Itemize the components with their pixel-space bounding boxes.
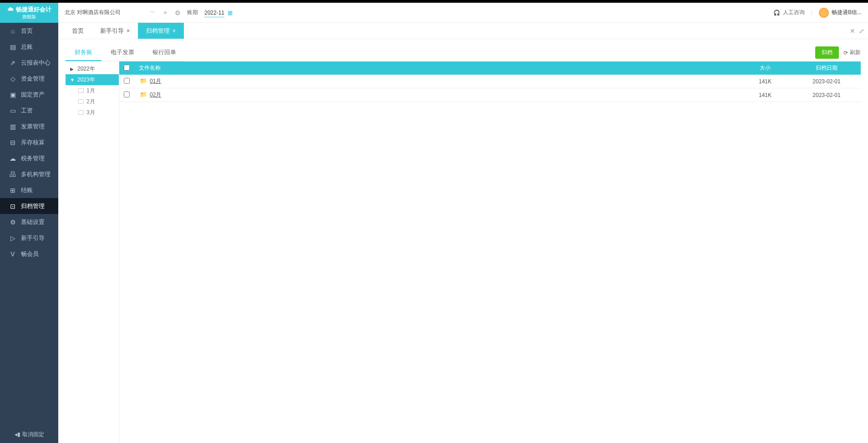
gear-icon: ⚙ xyxy=(9,219,16,226)
sidebar-item-settings[interactable]: ⚙基础设置 xyxy=(0,214,58,230)
col-header-size: 大小 xyxy=(738,61,792,75)
tree-year-2022[interactable]: ▶ 2022年 xyxy=(66,63,119,74)
sub-tab-finance[interactable]: 财务账 xyxy=(66,45,102,61)
sidebar-item-label: 库存核算 xyxy=(21,138,45,147)
folder-outline-icon xyxy=(78,110,84,115)
archive-button[interactable]: 归档 xyxy=(815,46,839,59)
tax-icon: ☁ xyxy=(9,155,16,162)
tree-year-2023[interactable]: ▼ 2023年 xyxy=(66,74,119,85)
sidebar-item-invoice[interactable]: ▥发票管理 xyxy=(0,118,58,134)
file-size: 141K xyxy=(738,75,792,88)
add-company-button[interactable]: ＋ xyxy=(162,9,168,17)
refresh-icon: ⟳ xyxy=(843,50,848,56)
sub-tab-label: 电子发票 xyxy=(111,49,134,56)
sidebar-item-home[interactable]: ⌂首页 xyxy=(0,23,58,39)
sub-tab-label: 财务账 xyxy=(75,49,92,56)
support-label: 人工咨询 xyxy=(783,9,805,16)
close-icon[interactable]: × xyxy=(173,28,176,34)
tree-year-label: 2022年 xyxy=(77,65,95,73)
sub-tab-bank[interactable]: 银行回单 xyxy=(143,45,185,61)
tab-label: 新手引导 xyxy=(100,27,124,35)
sidebar-unpin[interactable]: ◂▮ 取消固定 xyxy=(0,426,58,443)
row-checkbox[interactable] xyxy=(124,78,130,84)
file-size: 141K xyxy=(738,88,792,102)
sidebar-item-asset[interactable]: ▣固定资产 xyxy=(0,87,58,102)
sidebar-item-label: 发票管理 xyxy=(21,122,45,131)
chevron-right-icon: ▶ xyxy=(70,66,75,71)
play-icon: ▷ xyxy=(9,234,16,242)
sidebar-item-label: 工资 xyxy=(21,107,33,115)
tab-guide[interactable]: 新手引导× xyxy=(92,23,138,39)
sidebar-item-label: 新手引导 xyxy=(21,234,45,242)
inventory-icon: ⊟ xyxy=(9,139,16,146)
sub-tabs: 财务账 电子发票 银行回单 xyxy=(66,45,185,61)
chart-icon: ⇗ xyxy=(9,59,16,66)
period-picker[interactable]: 2022-11 ▦ xyxy=(204,10,233,16)
sidebar-item-member[interactable]: V畅会员 xyxy=(0,246,58,262)
file-link[interactable]: 01月 xyxy=(150,78,161,84)
user-menu[interactable]: 畅捷通B组... xyxy=(819,8,862,18)
support-link[interactable]: 🎧 人工咨询 xyxy=(773,9,805,16)
tab-archive[interactable]: 归档管理× xyxy=(138,23,184,39)
refresh-button[interactable]: ⟳ 刷新 xyxy=(843,49,861,56)
sidebar-item-inventory[interactable]: ⊟库存核算 xyxy=(0,134,58,150)
close-book-icon: ⊞ xyxy=(9,187,16,194)
user-name: 畅捷通B组... xyxy=(832,9,862,16)
year-tree: ▶ 2022年 ▼ 2023年 1月 2月 3月 xyxy=(66,61,119,443)
tabs-expand-button[interactable]: ⤢ xyxy=(859,27,864,35)
file-table: 文件名称 大小 归档日期 📁01月 141K 2023-02-01 xyxy=(119,61,861,102)
sub-tab-einvoice[interactable]: 电子发票 xyxy=(102,45,143,61)
unpin-icon: ◂▮ xyxy=(15,431,20,438)
table-row: 📁01月 141K 2023-02-01 xyxy=(119,75,861,88)
sidebar-item-ledger[interactable]: ▤总账 xyxy=(0,39,58,55)
sidebar-item-report[interactable]: ⇗云报表中心 xyxy=(0,55,58,71)
col-header-date: 归档日期 xyxy=(792,61,861,75)
home-icon: ⌂ xyxy=(9,27,16,35)
sidebar-item-org[interactable]: 品多机构管理 xyxy=(0,166,58,182)
tabs-close-button[interactable]: ✕ xyxy=(850,27,855,35)
sidebar-item-label: 多机构管理 xyxy=(21,170,51,178)
row-checkbox[interactable] xyxy=(124,92,130,97)
sidebar-item-funds[interactable]: ◇资金管理 xyxy=(0,71,58,87)
tree-month-1[interactable]: 1月 xyxy=(66,85,119,96)
sidebar-item-label: 固定资产 xyxy=(21,91,45,99)
close-icon[interactable]: × xyxy=(127,28,130,34)
page-tabs: 首页 新手引导× 归档管理× ✕ ⤢ xyxy=(58,23,868,39)
brand-edition: 旗舰版 xyxy=(22,14,36,20)
chevron-down-icon: ▼ xyxy=(70,77,75,82)
calendar-icon: ▦ xyxy=(228,10,233,16)
tree-month-label: 1月 xyxy=(86,87,95,95)
sidebar-item-close[interactable]: ⊞结账 xyxy=(0,182,58,198)
archive-icon: ⊡ xyxy=(9,203,16,210)
folder-icon: 📁 xyxy=(140,77,147,84)
refresh-label: 刷新 xyxy=(850,49,861,56)
org-icon: 品 xyxy=(9,170,16,178)
sidebar-item-tax[interactable]: ☁税务管理 xyxy=(0,150,58,166)
tree-month-2[interactable]: 2月 xyxy=(66,96,119,107)
select-all-checkbox[interactable] xyxy=(124,65,130,71)
tree-month-label: 3月 xyxy=(86,109,95,117)
tree-month-label: 2月 xyxy=(86,98,95,106)
brand-logo: 畅捷通好会计 旗舰版 xyxy=(0,3,58,23)
cloud-icon xyxy=(7,6,14,14)
sidebar: 畅捷通好会计 旗舰版 ⌂首页 ▤总账 ⇗云报表中心 ◇资金管理 ▣固定资产 ▭工… xyxy=(0,3,58,443)
sidebar-item-label: 基础设置 xyxy=(21,218,45,226)
headset-icon: 🎧 xyxy=(773,10,780,16)
invoice-icon: ▥ xyxy=(9,123,16,130)
sidebar-item-label: 资金管理 xyxy=(21,75,45,83)
sidebar-item-label: 首页 xyxy=(21,27,33,35)
sidebar-item-label: 云报表中心 xyxy=(21,59,51,67)
company-name: 北京 对啊酒店有限公司 xyxy=(65,9,121,16)
settings-button[interactable]: ⚙ xyxy=(175,9,181,16)
tree-month-3[interactable]: 3月 xyxy=(66,107,119,118)
tab-home[interactable]: 首页 xyxy=(64,23,92,39)
sidebar-item-wage[interactable]: ▭工资 xyxy=(0,102,58,118)
sub-tab-label: 银行回单 xyxy=(152,49,176,56)
company-selector[interactable]: 北京 对啊酒店有限公司 ﹀ xyxy=(65,9,156,16)
wage-icon: ▭ xyxy=(9,107,16,114)
file-link[interactable]: 02月 xyxy=(150,92,161,98)
sidebar-item-archive[interactable]: ⊡归档管理 xyxy=(0,198,58,214)
sidebar-item-guide[interactable]: ▷新手引导 xyxy=(0,230,58,246)
mascot-icon xyxy=(819,8,829,18)
tree-year-label: 2023年 xyxy=(77,76,95,84)
